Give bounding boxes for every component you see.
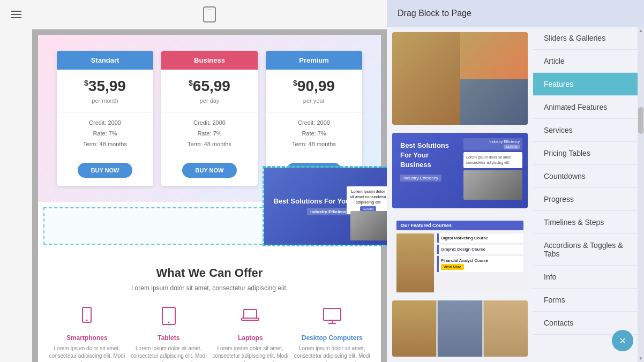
sidebar-item-pricing-tables[interactable]: Pricing Tables: [533, 142, 638, 165]
canvas-topbar: [32, 0, 387, 29]
pricing-header-premium: Premium: [266, 51, 362, 70]
thumb-courses-header: Our Featured Courses: [396, 221, 523, 230]
offer-smartphones-title: Smartphones: [49, 334, 125, 342]
offer-tablets-text: Lorem ipsum dolor sit amet, consectetur …: [131, 345, 207, 362]
offer-title: What We Can Offer: [49, 266, 370, 280]
offer-subtitle: Lorem ipsum dolor sit amet, consectetur …: [49, 284, 370, 292]
sidebar-item-timelines-steps[interactable]: Timelines & Steps: [533, 211, 638, 234]
smartphone-icon: [76, 305, 98, 327]
course-btn[interactable]: View More: [441, 264, 464, 270]
pricing-period-standard: per month: [57, 97, 153, 104]
sidebar-item-services[interactable]: Services: [533, 119, 638, 142]
offer-laptops-title: Laptops: [212, 334, 289, 342]
thumb-features-right: Industry EfficiencyLEARN Lorem ipsum dol…: [463, 138, 522, 200]
phone-icon[interactable]: [203, 6, 216, 22]
thumb-courses-body: Digital Marketing Course Graphic Design …: [396, 233, 523, 292]
thumb-img-main: [392, 32, 460, 125]
pricing-price-business: $65,99: [161, 70, 258, 97]
pricing-details-premium: Credit: 2000 Rate: 7% Term: 48 months: [266, 112, 362, 155]
pricing-price-standard: $35,99: [57, 70, 153, 97]
thumb-courses-inner: Our Featured Courses Digital Marketing C…: [392, 216, 528, 292]
sidebar-item-countdowns[interactable]: Countdowns: [533, 165, 638, 188]
pricing-period-premium: per year: [266, 97, 362, 104]
pricing-card-standard: Standart $35,99 per month Credit: 2000 R…: [57, 51, 153, 186]
offer-section: What We Can Offer Lorem ipsum dolor sit …: [38, 250, 381, 362]
thumb-features-img-placeholder: [463, 170, 522, 200]
thumb-courses-list: Digital Marketing Course Graphic Design …: [437, 233, 523, 292]
offer-laptops-text: Lorem ipsum dolor sit amet, consectetur …: [212, 345, 289, 362]
canvas-area: Standart $35,99 per month Credit: 2000 R…: [32, 0, 387, 362]
right-panel-content: Best SolutionsFor YourBusiness Industry …: [387, 27, 644, 362]
thumb-gallery2-right: [484, 300, 528, 357]
thumb-features-img: Best SolutionsFor YourBusiness Industry …: [392, 133, 528, 208]
drag-card: Best Solutions For Your Business Industr…: [264, 168, 387, 245]
hamburger-icon[interactable]: [11, 11, 21, 18]
thumb-courses[interactable]: Our Featured Courses Digital Marketing C…: [392, 216, 528, 292]
offer-item-desktop: Desktop Computers Lorem ipsum dolor sit …: [294, 305, 371, 362]
pricing-btn-standard[interactable]: BUY NOW: [78, 163, 133, 178]
right-panel-header: Drag Block to Page: [387, 0, 644, 27]
sidebar-item-progress[interactable]: Progress: [533, 188, 638, 211]
offer-desktop-title: Desktop Computers: [294, 334, 371, 342]
offer-grid: Smartphones Lorem ipsum dolor sit amet, …: [49, 305, 370, 362]
sidebar-item-article[interactable]: Article: [533, 50, 638, 73]
thumb-sliders-img: [392, 32, 528, 125]
tablet-icon: [158, 305, 179, 327]
drag-card-image: [350, 211, 387, 240]
svg-point-1: [86, 320, 88, 321]
laptop-icon: [239, 305, 261, 327]
offer-desktop-text: Lorem ipsum dolor sit amet, consectetur …: [294, 345, 371, 362]
thumb-img-side: [460, 32, 528, 125]
thumb-features-badge-top: Industry EfficiencyLEARN: [463, 138, 522, 150]
thumb-features-learn-btn[interactable]: LEARN: [504, 145, 520, 149]
scroll-arrow-down[interactable]: ▼: [638, 355, 644, 362]
pricing-btn-business[interactable]: BUY NOW: [182, 163, 237, 178]
pricing-header-standard: Standart: [57, 51, 153, 70]
sidebar-item-info[interactable]: Info: [533, 266, 638, 289]
sidebar-item-forms[interactable]: Forms: [533, 289, 638, 312]
thumb-course-3: Financial Analyst Course View More: [437, 256, 523, 272]
drag-card-badge: Industry Efficiency: [307, 208, 352, 215]
thumb-gallery2[interactable]: [392, 300, 528, 357]
drag-card-sub: Lorem ipsum dolor sit amet consectetur a…: [347, 186, 387, 214]
sidebar-item-sliders-galleries[interactable]: Sliders & Galleries: [533, 27, 638, 50]
thumbnails-area: Best SolutionsFor YourBusiness Industry …: [387, 27, 533, 362]
sidebar-item-accordions[interactable]: Accordions & Toggles & Tabs: [533, 234, 638, 266]
thumb-course-2: Graphic Design Course: [437, 245, 523, 254]
scroll-track: ▲ ▼: [638, 27, 644, 362]
desktop-icon: [321, 305, 343, 327]
offer-tablets-title: Tablets: [131, 334, 207, 342]
offer-item-tablets: Tablets Lorem ipsum dolor sit amet, cons…: [131, 305, 207, 362]
pricing-period-business: per day: [161, 97, 258, 104]
drag-overlay: Best Solutions For Your Business Industr…: [263, 166, 387, 246]
thumb-sliders-galleries[interactable]: [392, 32, 528, 125]
sidebar-item-features[interactable]: Features: [533, 73, 638, 96]
thumb-gallery2-img: [392, 300, 528, 357]
pricing-details-business: Credit: 2000 Rate: 7% Term: 48 months: [161, 112, 258, 155]
sidebar-nav: Sliders & Galleries Article Features Ani…: [533, 27, 638, 362]
thumb-features-card: Lorem ipsum dolor sit amet consectetur a…: [463, 152, 522, 168]
close-fab[interactable]: ×: [612, 330, 633, 351]
svg-point-3: [168, 322, 169, 323]
sidebar-item-animated-features[interactable]: Animated Features: [533, 96, 638, 119]
svg-rect-5: [242, 318, 259, 320]
thumb-gallery2-left: [392, 300, 436, 357]
thumb-courses-img-left: [396, 233, 434, 292]
thumb-features-badge: Industry Efficiency: [400, 175, 441, 182]
thumb-features-inner: Best SolutionsFor YourBusiness Industry …: [392, 133, 528, 208]
thumb-courses-img: Our Featured Courses Digital Marketing C…: [392, 216, 528, 292]
left-toolbar: [0, 0, 32, 362]
offer-item-laptops: Laptops Lorem ipsum dolor sit amet, cons…: [212, 305, 289, 362]
thumb-gallery2-mid: [438, 300, 482, 357]
pricing-price-premium: $90,99: [266, 70, 362, 97]
pricing-details-standard: Credit: 2000 Rate: 7% Term: 48 months: [57, 112, 153, 155]
thumb-features[interactable]: Best SolutionsFor YourBusiness Industry …: [392, 133, 528, 208]
svg-rect-4: [244, 310, 257, 318]
pricing-card-business: Business $65,99 per day Credit: 2000 Rat…: [161, 51, 258, 186]
scroll-thumb[interactable]: [638, 107, 643, 134]
svg-rect-6: [324, 308, 341, 320]
thumb-course-1: Digital Marketing Course: [437, 233, 523, 243]
offer-smartphones-text: Lorem ipsum dolor sit amet, consectetur …: [49, 345, 125, 362]
right-panel: Drag Block to Page: [387, 0, 644, 362]
scroll-arrow-up[interactable]: ▲: [638, 27, 644, 34]
